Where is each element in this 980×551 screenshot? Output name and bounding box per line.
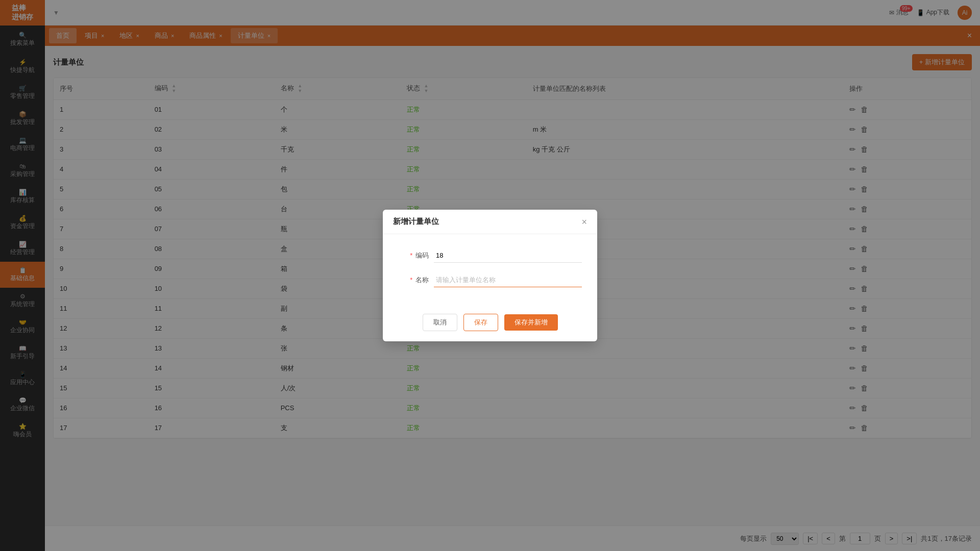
- name-form-row: * 名称: [398, 273, 582, 287]
- code-label-text: 编码: [415, 252, 429, 259]
- save-button[interactable]: 保存: [463, 314, 498, 331]
- cancel-button[interactable]: 取消: [423, 314, 457, 331]
- add-unit-modal: 新增计量单位 × * 编码 * 名称 取消 保存 保存并新增: [383, 210, 597, 341]
- code-input[interactable]: [434, 248, 582, 263]
- name-label: * 名称: [398, 276, 429, 285]
- save-and-new-button[interactable]: 保存并新增: [504, 314, 558, 331]
- code-required-mark: *: [410, 252, 412, 259]
- modal-header: 新增计量单位 ×: [383, 210, 597, 234]
- modal-body: * 编码 * 名称: [383, 234, 597, 308]
- modal-overlay[interactable]: 新增计量单位 × * 编码 * 名称 取消 保存 保存并新增: [0, 0, 980, 551]
- name-required-mark: *: [410, 276, 412, 284]
- modal-footer: 取消 保存 保存并新增: [383, 308, 597, 341]
- code-label: * 编码: [398, 251, 429, 260]
- modal-title: 新增计量单位: [393, 217, 439, 227]
- name-input[interactable]: [434, 273, 582, 287]
- name-label-text: 名称: [415, 276, 429, 284]
- code-form-row: * 编码: [398, 248, 582, 263]
- modal-close-button[interactable]: ×: [581, 217, 587, 227]
